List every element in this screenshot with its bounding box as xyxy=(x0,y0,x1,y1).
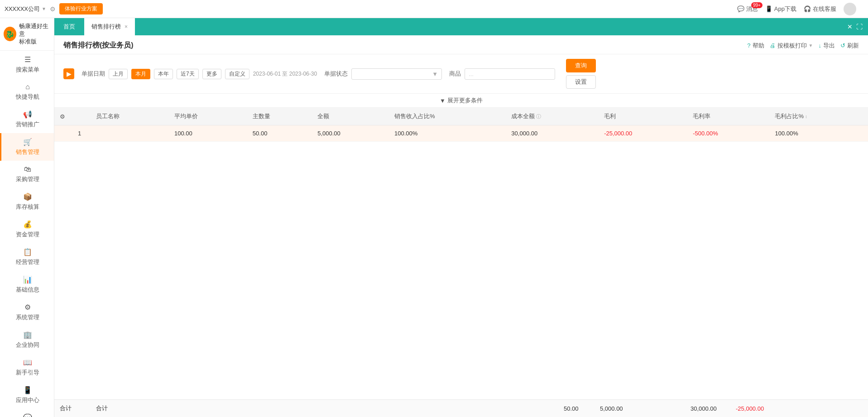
refresh-button[interactable]: ↺ 刷新 xyxy=(840,42,859,50)
date-last-month-button[interactable]: 上月 xyxy=(109,69,128,79)
goods-filter-group: 商品 ... xyxy=(449,68,555,80)
th-gross-pct: 毛利占比% ↕ xyxy=(769,108,868,125)
expand-more-label: 展开更多条件 xyxy=(447,96,483,105)
cell-gross: -25,000.00 xyxy=(599,125,687,142)
cell-amount: 5,000.00 xyxy=(312,125,389,142)
tab-maximize-icon[interactable]: ⛶ xyxy=(856,23,863,30)
th-rank xyxy=(72,108,91,125)
page-content: 销售排行榜(按业务员) ? 帮助 🖨 按模板打印 ▼ ↓ 导出 xyxy=(54,35,868,417)
date-7days-button[interactable]: 近7天 xyxy=(177,69,199,79)
sidebar-item-label: 销售管理 xyxy=(16,148,39,156)
tab-close-icon[interactable]: × xyxy=(125,24,128,30)
cell-cost: 30,000.00 xyxy=(506,125,599,142)
sidebar-item-wechat[interactable]: 💬 企业微信 xyxy=(0,409,54,417)
query-button[interactable]: 查询 xyxy=(566,59,596,72)
goods-input[interactable]: ... xyxy=(465,68,555,80)
cell-gross-rate: -500.00% xyxy=(687,125,769,142)
top-bar-right: 💬 消息 99+ 📱 App下载 🎧 在线客服 xyxy=(737,3,863,15)
avatar[interactable] xyxy=(844,3,856,15)
sidebar-item-purchase[interactable]: 🛍 采购管理 xyxy=(0,161,54,188)
sidebar-item-enterprise[interactable]: 🏢 企业协同 xyxy=(0,326,54,354)
message-button[interactable]: 💬 消息 99+ xyxy=(737,5,758,13)
company-select[interactable]: XXXXXX公司 ▼ xyxy=(5,5,46,13)
table-row: 1 100.00 50.00 5,000.00 100.00% 30,000.0… xyxy=(54,125,868,142)
date-filter-group: 单据日期 上月 本月 本年 近7天 更多 自定义 2023-06-01 至 20… xyxy=(82,69,317,79)
help-button[interactable]: ? 帮助 xyxy=(747,42,764,50)
table-footer: 合计 合计 50.00 5,000.00 30,000.00 -25,000.0… xyxy=(54,399,868,417)
refresh-label: 刷新 xyxy=(847,42,859,50)
sidebar-item-inventory[interactable]: 📦 库存核算 xyxy=(0,188,54,216)
sidebar-item-label: 系统管理 xyxy=(16,313,39,321)
chevron-down-icon: ▼ xyxy=(440,97,446,104)
status-filter-group: 单据状态 ▼ xyxy=(324,68,442,80)
tab-bar: 首页 销售排行榜 × ✕ ⛶ xyxy=(54,18,868,35)
footer-total-label: 合计 xyxy=(60,404,78,412)
footer-placeholder2: 合计 xyxy=(96,404,528,412)
gross-pct-sort-icon[interactable]: ↕ xyxy=(805,114,807,119)
top-bar: XXXXXX公司 ▼ ⚙ 体验行业方案 💬 消息 99+ 📱 App下载 🎧 在… xyxy=(0,0,868,18)
sidebar-item-label: 快捷导航 xyxy=(16,93,39,101)
app-center-icon: 📱 xyxy=(23,386,32,394)
page-header-actions: ? 帮助 🖨 按模板打印 ▼ ↓ 导出 ↺ 刷新 xyxy=(747,42,859,50)
print-button[interactable]: 🖨 按模板打印 ▼ xyxy=(770,42,813,50)
sidebar-item-basic-info[interactable]: 📊 基础信息 xyxy=(0,271,54,298)
sidebar-item-sales[interactable]: 🛒 销售管理 xyxy=(0,133,54,161)
expand-more-bar: ▼ 展开更多条件 xyxy=(54,94,868,108)
sidebar-item-operations[interactable]: 📋 经营管理 xyxy=(0,243,54,271)
online-service-button[interactable]: 🎧 在线客服 xyxy=(804,5,836,13)
message-badge: 99+ xyxy=(751,2,762,8)
date-this-year-button[interactable]: 本年 xyxy=(154,69,173,79)
logo-line2: 标准版 xyxy=(19,38,50,46)
print-chevron-icon: ▼ xyxy=(809,43,813,48)
app-download-button[interactable]: 📱 App下载 xyxy=(765,5,796,13)
date-custom-button[interactable]: 自定义 xyxy=(225,69,249,79)
settings-icon[interactable]: ⚙ xyxy=(50,5,56,13)
query-actions: 查询 设置 xyxy=(566,59,596,89)
purchase-icon: 🛍 xyxy=(24,165,31,173)
sidebar-item-app-center[interactable]: 📱 应用中心 xyxy=(0,381,54,409)
sidebar-logo: 🐉 畅康通好生意 标准版 xyxy=(0,18,54,51)
quick-nav-icon: ⌂ xyxy=(25,83,30,91)
app-label: App下载 xyxy=(774,5,796,13)
date-filter-label: 单据日期 xyxy=(82,70,105,78)
filter-expand-button[interactable]: ▶ xyxy=(63,68,74,79)
sidebar-item-finance[interactable]: 💰 资金管理 xyxy=(0,216,54,243)
date-this-month-button[interactable]: 本月 xyxy=(131,69,150,79)
date-range-text: 2023-06-01 至 2023-06-30 xyxy=(253,70,317,78)
tab-close-window-icon[interactable]: ✕ xyxy=(847,23,853,30)
wechat-icon: 💬 xyxy=(23,413,32,417)
settings-button[interactable]: 设置 xyxy=(566,75,596,89)
export-button[interactable]: ↓ 导出 xyxy=(819,42,835,50)
goods-input-placeholder: ... xyxy=(469,71,474,77)
sidebar-item-label: 搜索菜单 xyxy=(16,66,39,74)
th-avg-price: 平均单价 xyxy=(169,108,247,125)
sidebar-item-guide[interactable]: 📖 新手引导 xyxy=(0,354,54,381)
footer-gross: -25,000.00 xyxy=(736,405,781,412)
system-icon: ⚙ xyxy=(24,303,31,312)
th-settings[interactable]: ⚙ xyxy=(54,108,72,125)
date-more-button[interactable]: 更多 xyxy=(202,69,221,79)
sidebar-item-marketing[interactable]: 📢 营销推广 xyxy=(0,105,54,133)
expand-more-button[interactable]: ▼ 展开更多条件 xyxy=(440,96,483,105)
content-area: 首页 销售排行榜 × ✕ ⛶ 销售排行榜(按业务员) ? 帮助 xyxy=(54,18,868,417)
cell-checkbox xyxy=(54,125,72,142)
status-select[interactable]: ▼ xyxy=(351,68,442,80)
sidebar-item-quick-nav[interactable]: ⌂ 快捷导航 xyxy=(0,78,54,105)
sidebar-item-system[interactable]: ⚙ 系统管理 xyxy=(0,298,54,326)
tab-sales-rank[interactable]: 销售排行榜 × xyxy=(84,18,135,35)
sidebar-item-search-order[interactable]: ☰ 搜索菜单 xyxy=(0,51,54,78)
sidebar-item-label: 资金管理 xyxy=(16,230,39,239)
tab-home[interactable]: 首页 xyxy=(54,18,84,35)
cost-info-icon[interactable]: ⓘ xyxy=(536,113,541,120)
th-amount: 全额 xyxy=(312,108,389,125)
sidebar-item-label: 营销推广 xyxy=(16,120,39,129)
sidebar-item-label: 采购管理 xyxy=(16,175,39,183)
sidebar-item-label: 新手引导 xyxy=(16,369,39,377)
cell-employee xyxy=(91,125,169,142)
trial-button[interactable]: 体验行业方案 xyxy=(59,3,103,14)
filter-bar: ▶ 单据日期 上月 本月 本年 近7天 更多 自定义 2023-06-01 至 … xyxy=(54,54,868,94)
sidebar: 🐉 畅康通好生意 标准版 ☰ 搜索菜单 ⌂ 快捷导航 📢 营销推广 🛒 销售管理… xyxy=(0,18,54,417)
th-sales-pct: 销售收入占比% xyxy=(389,108,506,125)
marketing-icon: 📢 xyxy=(23,110,32,119)
th-qty: 主数量 xyxy=(247,108,312,125)
